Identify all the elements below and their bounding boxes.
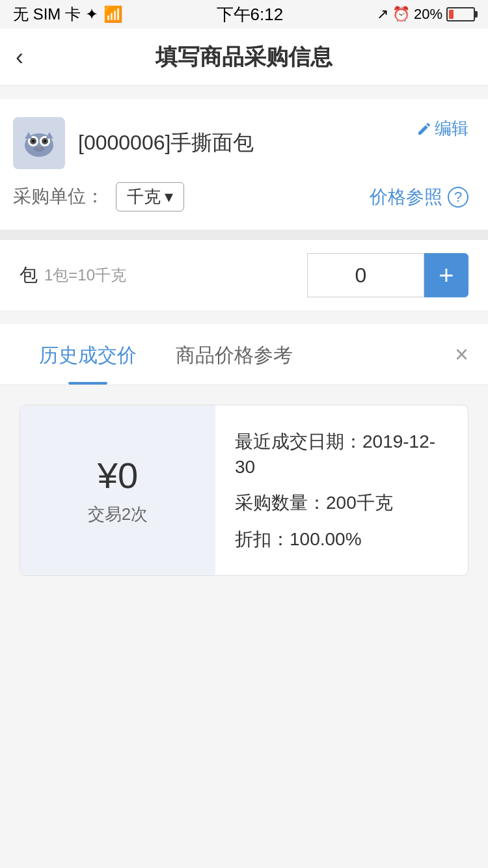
page-title: 填写商品采购信息	[156, 42, 332, 72]
product-left: [0000006]手撕面包	[13, 117, 254, 169]
quantity-controls: +	[307, 253, 468, 297]
price-ref-label: 价格参照	[370, 185, 442, 210]
unit-dropdown-arrow: ▾	[165, 187, 173, 207]
battery-icon	[446, 7, 475, 21]
unit-section: 采购单位： 千克 ▾	[13, 182, 184, 211]
product-unit-row: 采购单位： 千克 ▾ 价格参照 ?	[13, 182, 468, 211]
battery-percent: 20%	[414, 6, 442, 23]
trade-count: 交易2次	[88, 503, 148, 526]
price-amount: ¥0	[98, 454, 138, 496]
price-reference-button[interactable]: 价格参照 ?	[370, 185, 468, 210]
price-card: ¥0 交易2次 最近成交日期：2019-12-30 采购数量：200千克 折扣：…	[20, 405, 468, 576]
status-right: ↗ ⏰ 20%	[377, 6, 475, 23]
currency-symbol: ¥	[98, 455, 118, 496]
unit-badge[interactable]: 千克 ▾	[116, 182, 184, 211]
tabs-bar: 历史成交价 商品价格参考 ×	[0, 324, 488, 385]
discount: 折扣：100.00%	[235, 526, 448, 552]
quantity-input[interactable]	[307, 253, 424, 297]
status-left: 无 SIM 卡 ✦ 📶	[13, 4, 123, 25]
product-top: [0000006]手撕面包 编辑	[13, 117, 468, 169]
sim-label: 无 SIM 卡 ✦	[13, 4, 98, 25]
quantity-unit: 包	[20, 263, 38, 288]
edit-icon	[416, 121, 432, 137]
quantity-plus-button[interactable]: +	[424, 253, 468, 297]
quantity-row: 包 1包=10千克 +	[0, 240, 488, 311]
tab-close-button[interactable]: ×	[455, 341, 468, 368]
tab-history-label: 历史成交价	[39, 344, 137, 366]
edit-label: 编辑	[435, 117, 468, 140]
product-card: [0000006]手撕面包 编辑 采购单位： 千克 ▾ 价格参照 ?	[0, 99, 488, 230]
product-logo	[13, 117, 65, 169]
unit-label: 采购单位：	[13, 186, 104, 206]
wifi-icon: 📶	[103, 5, 123, 23]
price-card-right: 最近成交日期：2019-12-30 采购数量：200千克 折扣：100.00%	[215, 405, 468, 575]
product-name: [0000006]手撕面包	[78, 129, 254, 157]
tab-reference-label: 商品价格参考	[176, 344, 293, 366]
status-time: 下午6:12	[217, 3, 284, 26]
quantity-label: 包 1包=10千克	[20, 263, 126, 288]
tab-history-price[interactable]: 历史成交价	[20, 324, 156, 385]
svg-point-6	[44, 140, 46, 142]
status-bar: 无 SIM 卡 ✦ 📶 下午6:12 ↗ ⏰ 20%	[0, 0, 488, 29]
tab-product-reference[interactable]: 商品价格参考	[156, 324, 312, 385]
edit-button[interactable]: 编辑	[416, 117, 468, 140]
svg-point-5	[32, 140, 34, 142]
location-icon: ↗	[377, 6, 388, 23]
alarm-icon: ⏰	[392, 6, 410, 23]
nav-bar: ‹ 填写商品采购信息	[0, 29, 488, 86]
purchase-qty: 采购数量：200千克	[235, 490, 448, 515]
section-divider	[0, 230, 488, 240]
product-logo-svg	[20, 127, 59, 159]
history-content: ¥0 交易2次 最近成交日期：2019-12-30 采购数量：200千克 折扣：…	[0, 385, 488, 645]
unit-value: 千克	[127, 185, 161, 208]
price-card-left: ¥0 交易2次	[20, 405, 215, 575]
quantity-subtext: 1包=10千克	[44, 265, 126, 286]
back-button[interactable]: ‹	[16, 44, 23, 71]
price-ref-help-icon: ?	[448, 187, 468, 208]
price-value: 0	[118, 455, 138, 496]
recent-date: 最近成交日期：2019-12-30	[235, 429, 448, 480]
